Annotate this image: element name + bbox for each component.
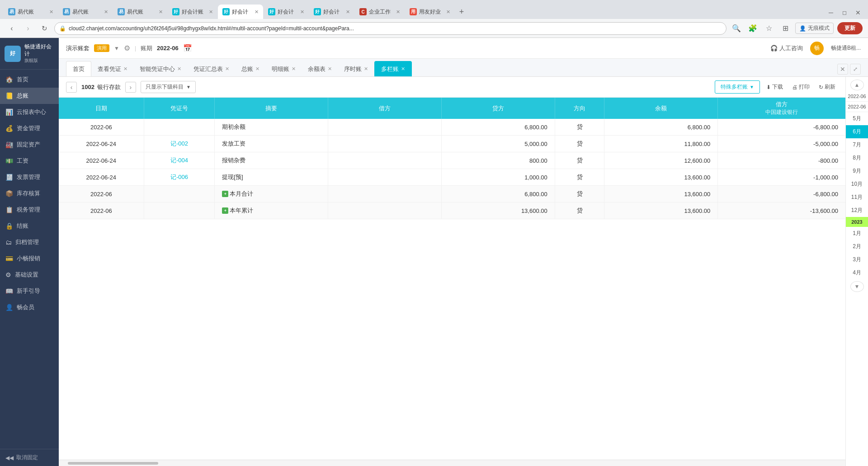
- forward-button[interactable]: ›: [22, 22, 34, 35]
- h-scrollbar[interactable]: [59, 460, 845, 466]
- user-avatar[interactable]: 畅: [810, 42, 824, 55]
- sidebar-item-invoice[interactable]: 🧾 发票管理: [0, 169, 59, 185]
- sidebar-unpin-button[interactable]: ◀◀ 取消固定: [0, 449, 59, 466]
- tab-close-x[interactable]: ✕: [328, 66, 332, 72]
- tab-haokuaiji-2[interactable]: 好 好会计 ✕: [264, 5, 309, 19]
- sidebar-item-payroll[interactable]: 💵 工资: [0, 153, 59, 169]
- date-nav-month-7[interactable]: 7月: [846, 138, 868, 151]
- date-nav-month-5[interactable]: 5月: [846, 112, 868, 125]
- tab-view-voucher[interactable]: 查看凭证 ✕: [92, 61, 133, 76]
- tab-haokuaiji-active[interactable]: 好 好会计 ✕: [218, 5, 263, 19]
- sidebar-item-member[interactable]: 👤 畅会员: [0, 299, 59, 315]
- dropdown-arrow-icon[interactable]: ▼: [114, 45, 119, 52]
- gear-button[interactable]: ⚙: [124, 44, 130, 52]
- tab-close-x[interactable]: ✕: [225, 66, 229, 72]
- panel-close-button[interactable]: ✕: [837, 64, 848, 75]
- special-ledger-button[interactable]: 特殊多栏账 ▼: [715, 80, 760, 94]
- tab-close-x[interactable]: ✕: [177, 66, 181, 72]
- sidebar-item-ledger[interactable]: 📒 总账: [0, 88, 59, 104]
- address-bar[interactable]: 🔒 cloud2.chanjet.com/accounting/uh26t264…: [54, 22, 726, 35]
- sidebar-item-home[interactable]: 🏠 首页: [0, 71, 59, 88]
- new-tab-button[interactable]: +: [455, 5, 468, 18]
- sidebar-item-settings[interactable]: ⚙ 基础设置: [0, 267, 59, 283]
- sidebar-item-archive[interactable]: 🗂 归档管理: [0, 234, 59, 250]
- tab-close-x[interactable]: ✕: [123, 66, 127, 72]
- tab-close-icon[interactable]: ✕: [104, 9, 108, 15]
- tab-close-x[interactable]: ✕: [292, 66, 296, 72]
- tab-detail-ledger[interactable]: 明细账 ✕: [266, 61, 302, 76]
- address-text[interactable]: cloud2.chanjet.com/accounting/uh26t264j5…: [69, 25, 722, 32]
- refresh-ledger-button[interactable]: ↻ 刷新: [816, 81, 838, 93]
- sidebar-item-tax[interactable]: 📋 税务管理: [0, 202, 59, 218]
- back-button[interactable]: ‹: [5, 22, 18, 35]
- tab-haokuaiji-3[interactable]: 好 好会计 ✕: [309, 5, 354, 19]
- tab-homepage[interactable]: 首页: [66, 61, 91, 76]
- cell-voucher[interactable]: 记-006: [144, 169, 215, 186]
- date-nav-month-12[interactable]: 12月: [846, 204, 868, 217]
- tab-close-x[interactable]: ✕: [364, 66, 368, 72]
- sidebar-item-funds[interactable]: 💰 资金管理: [0, 120, 59, 137]
- tab-close-icon[interactable]: ✕: [49, 9, 53, 15]
- date-nav-month-8[interactable]: 8月: [846, 151, 868, 165]
- nav-next-button[interactable]: ›: [125, 82, 136, 93]
- incognito-button[interactable]: 👤 无痕模式: [795, 23, 834, 34]
- cell-voucher[interactable]: 记-002: [144, 136, 215, 152]
- tab-ufida[interactable]: 用 用友好业 ✕: [405, 5, 455, 19]
- print-button[interactable]: 🖨 打印: [789, 81, 812, 93]
- date-nav-header-item-2[interactable]: 2022-06: [846, 102, 868, 112]
- cell-voucher[interactable]: 记-004: [144, 152, 215, 169]
- tab-balance[interactable]: 余额表 ✕: [302, 61, 338, 76]
- date-nav-month-feb[interactable]: 2月: [846, 240, 868, 253]
- tab-multi-column[interactable]: 多栏账 ✕: [374, 61, 412, 76]
- date-nav-month-10[interactable]: 10月: [846, 178, 868, 191]
- date-nav-month-jan[interactable]: 1月: [846, 227, 868, 240]
- sidebar-item-period[interactable]: 🔒 结账: [0, 218, 59, 234]
- date-nav-header-item-1[interactable]: 2022-06: [846, 91, 868, 102]
- date-nav-month-mar[interactable]: 3月: [846, 253, 868, 266]
- close-button[interactable]: ✕: [852, 8, 864, 17]
- tab-enterprise[interactable]: C 企业工作 ✕: [355, 5, 405, 19]
- download-button[interactable]: ⬇ 下载: [764, 81, 786, 93]
- sidebar-item-assets[interactable]: 🏭 固定资产: [0, 137, 59, 153]
- tab-close-icon[interactable]: ✕: [255, 9, 259, 15]
- panel-expand-button[interactable]: ⤢: [850, 64, 861, 75]
- date-nav-month-apr[interactable]: 4月: [846, 266, 868, 279]
- tab-yidaizhang-1[interactable]: 易 易代账 ✕: [4, 5, 58, 19]
- sidebar-item-inventory[interactable]: 📦 库存核算: [0, 185, 59, 202]
- refresh-button[interactable]: ↻: [38, 22, 51, 35]
- date-nav-down-button[interactable]: ▼: [850, 281, 864, 292]
- search-icon[interactable]: 🔍: [730, 22, 743, 35]
- calendar-icon[interactable]: 📅: [183, 44, 192, 52]
- filter-dropdown[interactable]: 只显示下级科目 ▼: [141, 81, 196, 93]
- tab-close-icon[interactable]: ✕: [346, 9, 350, 15]
- sidebar-item-expense[interactable]: 💳 小畅报销: [0, 250, 59, 267]
- bookmark-icon[interactable]: ☆: [763, 22, 775, 35]
- browser-settings-icon[interactable]: ⊞: [779, 22, 792, 35]
- tab-yidaizhang-3[interactable]: 易 易代账 ✕: [113, 5, 167, 19]
- date-nav-month-6-active[interactable]: 6月: [846, 125, 868, 138]
- date-nav-month-11[interactable]: 11月: [846, 191, 868, 204]
- tab-close-x[interactable]: ✕: [255, 66, 259, 72]
- service-button[interactable]: 🎧 人工咨询: [770, 44, 803, 52]
- restore-button[interactable]: ◻: [838, 8, 851, 17]
- tab-haokuaiji-1[interactable]: 好 好会计账 ✕: [168, 5, 217, 19]
- minimize-button[interactable]: ─: [825, 8, 837, 17]
- tab-yidaizhang-2[interactable]: 易 易代账 ✕: [58, 5, 113, 19]
- date-nav-year-2023[interactable]: 2023: [846, 217, 868, 227]
- tab-close-icon[interactable]: ✕: [446, 9, 450, 15]
- sidebar-item-guide[interactable]: 📖 新手引导: [0, 283, 59, 299]
- update-button[interactable]: 更新: [837, 22, 863, 34]
- tab-close-active-x[interactable]: ✕: [401, 66, 405, 72]
- tab-close-icon[interactable]: ✕: [300, 9, 304, 15]
- nav-prev-button[interactable]: ‹: [66, 82, 77, 93]
- tab-voucher-summary[interactable]: 凭证汇总表 ✕: [188, 61, 235, 76]
- tab-close-icon[interactable]: ✕: [209, 9, 213, 15]
- date-nav-up-button[interactable]: ▲: [850, 80, 864, 90]
- extension-icon[interactable]: 🧩: [746, 22, 759, 35]
- sidebar-item-reports[interactable]: 📊 云报表中心: [0, 104, 59, 120]
- tab-close-icon[interactable]: ✕: [159, 9, 163, 15]
- tab-close-icon[interactable]: ✕: [396, 9, 400, 15]
- date-nav-month-9[interactable]: 9月: [846, 165, 868, 178]
- tab-chronological[interactable]: 序时账 ✕: [338, 61, 374, 76]
- tab-general-ledger[interactable]: 总账 ✕: [236, 61, 265, 76]
